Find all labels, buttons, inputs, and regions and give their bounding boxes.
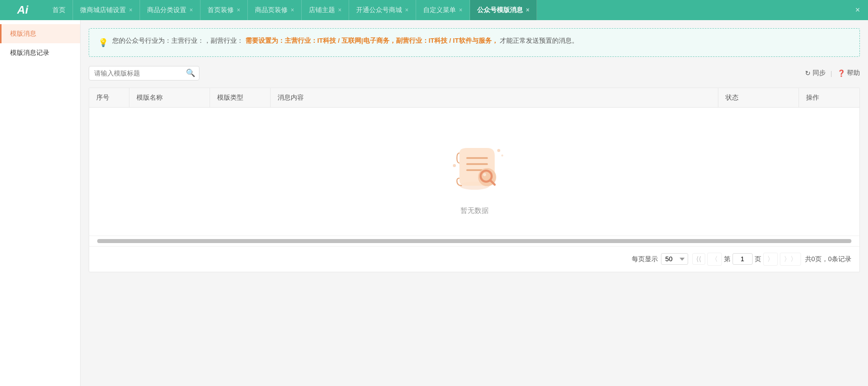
col-header-type: 模版类型 [210,88,271,107]
app-logo: Ai [0,0,45,20]
search-input-wrap: 🔍 [89,66,199,81]
search-left: 🔍 [89,66,199,81]
scrollbar-track [97,239,851,243]
col-header-action: 操作 [799,88,859,107]
col-header-name: 模版名称 [129,88,210,107]
nav-tab-4[interactable]: 商品页装修× [248,0,302,20]
last-page-button[interactable]: 〉〉 [780,253,801,266]
page-controls: ⟨⟨ 〈 第 页 〉 〉〉 [692,253,801,266]
global-close-button[interactable]: × [847,6,868,15]
sync-label: 同步 [813,68,826,78]
help-icon: ❓ [837,69,845,77]
help-button[interactable]: ❓ 帮助 [837,68,860,78]
main-layout: 模版消息模版消息记录 💡 您的公众号行业为：主营行业：，副营行业： 需要设置为：… [0,20,868,386]
divider: | [831,69,832,77]
nav-tab-5[interactable]: 店铺主题× [302,0,349,20]
col-header-status: 状态 [718,88,799,107]
svg-point-8 [497,149,500,152]
horizontal-scrollbar[interactable] [89,236,859,246]
nav-tabs-container: 首页微商城店铺设置×商品分类设置×首页装修×商品页装修×店铺主题×开通公众号商城… [45,0,847,20]
sidebar-item-0[interactable]: 模版消息 [0,24,80,43]
nav-tab-8[interactable]: 公众号模版消息× [470,0,537,20]
nav-tab-3[interactable]: 首页装修× [201,0,248,20]
per-page-select[interactable]: 102050100 [661,253,688,265]
search-input[interactable] [89,66,199,81]
page-number-input[interactable] [732,253,753,265]
tab-close-1[interactable]: × [129,7,132,14]
tab-close-3[interactable]: × [237,7,240,14]
svg-point-9 [501,155,503,157]
search-button[interactable]: 🔍 [186,68,195,78]
nav-tab-1[interactable]: 微商城店铺设置× [73,0,140,20]
scrollbar-thumb [97,239,851,243]
total-label: 共0页，0条记录 [805,255,851,264]
page-suffix-label: 页 [755,255,761,264]
notice-icon: 💡 [98,36,108,49]
search-bar: 🔍 ↻ 同步 | ❓ 帮助 [89,66,860,81]
page-prefix-label: 第 [724,255,730,264]
empty-text: 暂无数据 [460,206,489,215]
per-page-label: 每页显示 [632,255,658,264]
nav-tab-0[interactable]: 首页 [45,0,73,20]
notice-highlight: 需要设置为：主营行业：IT科技 / 互联网|电子商务，副营行业：IT科技 / I… [245,37,498,44]
sync-icon: ↻ [805,69,811,77]
notice-text: 您的公众号行业为：主营行业：，副营行业： 需要设置为：主营行业：IT科技 / 互… [112,36,578,46]
search-right: ↻ 同步 | ❓ 帮助 [805,68,860,78]
table-header: 序号 模版名称 模版类型 消息内容 状态 操作 [89,88,859,108]
notice-box: 💡 您的公众号行业为：主营行业：，副营行业： 需要设置为：主营行业：IT科技 /… [89,28,860,57]
sidebar: 模版消息模版消息记录 [0,20,81,386]
nav-tab-6[interactable]: 开通公众号商城× [349,0,416,20]
empty-illustration [444,138,505,198]
data-table: 序号 模版名称 模版类型 消息内容 状态 操作 [89,88,860,272]
tab-close-5[interactable]: × [338,7,342,14]
tab-close-6[interactable]: × [405,7,409,14]
per-page-selector: 每页显示 102050100 [632,253,688,265]
nav-tab-7[interactable]: 自定义菜单× [416,0,470,20]
prev-page-button[interactable]: 〈 [707,253,722,266]
pagination: 每页显示 102050100 ⟨⟨ 〈 第 页 〉 〉〉 共0页，0条记录 [89,246,859,272]
top-nav: Ai 首页微商城店铺设置×商品分类设置×首页装修×商品页装修×店铺主题×开通公众… [0,0,868,20]
sidebar-item-1[interactable]: 模版消息记录 [0,43,80,62]
tab-close-7[interactable]: × [459,7,462,14]
first-page-button[interactable]: ⟨⟨ [692,253,705,265]
tab-close-8[interactable]: × [526,7,529,14]
nav-tab-2[interactable]: 商品分类设置× [140,0,201,20]
content-area: 💡 您的公众号行业为：主营行业：，副营行业： 需要设置为：主营行业：IT科技 /… [81,20,868,386]
empty-state: 暂无数据 [89,108,859,236]
col-header-content: 消息内容 [271,88,718,107]
svg-point-7 [483,173,486,176]
tab-close-4[interactable]: × [291,7,294,14]
help-label: 帮助 [847,68,860,78]
next-page-button[interactable]: 〉 [763,253,778,266]
tab-close-2[interactable]: × [189,7,193,14]
col-header-index: 序号 [89,88,129,107]
svg-point-10 [453,164,456,167]
sync-button[interactable]: ↻ 同步 [805,68,826,78]
